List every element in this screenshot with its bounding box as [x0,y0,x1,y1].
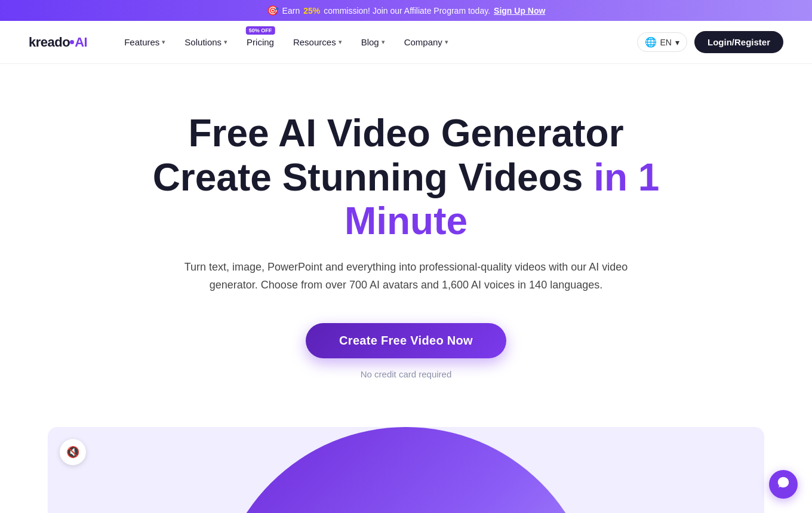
nav-item-blog[interactable]: Blog ▾ [353,32,393,52]
no-credit-card-text: No credit card required [102,369,710,379]
mute-icon: 🔇 [66,446,79,459]
nav-resources-label: Resources [293,37,336,47]
chevron-down-icon: ▾ [162,38,165,46]
nav-item-pricing[interactable]: 50% OFF Pricing [238,32,282,52]
nav-right: 🌐 EN ▾ Login/Register [637,31,783,53]
nav-links: Features ▾ Solutions ▾ 50% OFF Pricing R… [116,32,636,52]
video-preview-area: 🔇 [48,427,764,513]
hero-section: Free AI Video Generator Create Stunning … [78,64,734,403]
hero-line2-start: Create Stunning Videos [153,156,583,199]
chevron-down-icon: ▾ [445,38,448,46]
lang-label: EN [660,38,672,47]
logo[interactable]: kreadoAI [29,35,87,50]
login-register-button[interactable]: Login/Register [694,31,783,53]
create-free-video-button[interactable]: Create Free Video Now [306,323,506,358]
chat-icon [777,476,790,493]
navbar: kreadoAI Features ▾ Solutions ▾ 50% OFF … [0,21,812,64]
globe-icon: 🌐 [645,36,657,48]
mute-button[interactable]: 🔇 [60,439,86,465]
nav-item-resources[interactable]: Resources ▾ [285,32,350,52]
chat-bubble-button[interactable] [769,470,798,499]
banner-text-suffix: commission! Join our Affiliate Program t… [324,6,490,16]
top-banner: 🎯 Earn 25% commission! Join our Affiliat… [0,0,812,21]
nav-item-solutions[interactable]: Solutions ▾ [176,32,236,52]
chevron-down-icon: ▾ [339,38,342,46]
nav-blog-label: Blog [361,37,379,47]
hero-line1: Free AI Video Generator [188,112,623,155]
chevron-down-icon: ▾ [675,38,679,47]
logo-text: kreadoAI [29,35,87,50]
banner-highlight: 25% [303,6,320,16]
hero-description: Turn text, image, PowerPoint and everyth… [179,258,633,294]
nav-company-label: Company [404,37,442,47]
banner-icon: 🎯 [267,5,279,16]
nav-item-features[interactable]: Features ▾ [116,32,174,52]
chevron-down-icon: ▾ [382,38,385,46]
nav-solutions-label: Solutions [184,37,222,47]
nav-item-company[interactable]: Company ▾ [396,32,457,52]
chevron-down-icon: ▾ [224,38,227,46]
hero-heading: Free AI Video Generator Create Stunning … [102,112,710,244]
video-arch-decoration [215,427,597,513]
logo-dot [70,40,74,44]
banner-text-prefix: Earn [282,6,300,16]
nav-features-label: Features [124,37,159,47]
language-selector[interactable]: 🌐 EN ▾ [637,32,687,52]
nav-pricing-label: Pricing [247,37,274,47]
banner-signup-link[interactable]: Sign Up Now [494,6,545,16]
pricing-badge: 50% OFF [246,26,275,35]
